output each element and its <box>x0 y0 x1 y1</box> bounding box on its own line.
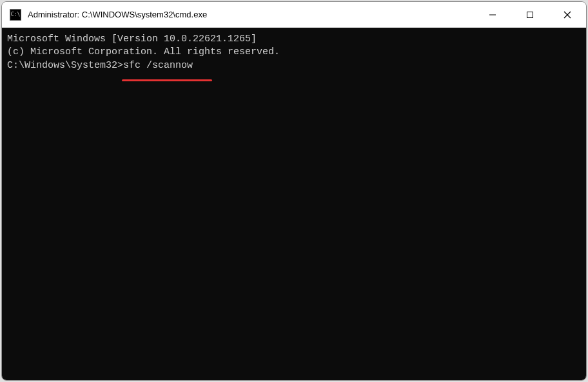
terminal-area[interactable]: Microsoft Windows [Version 10.0.22621.12… <box>2 28 586 380</box>
cmd-window: C:\ Administrator: C:\WINDOWS\system32\c… <box>1 1 587 381</box>
close-icon <box>564 11 571 19</box>
annotation-underline <box>122 79 212 81</box>
window-title: Administrator: C:\WINDOWS\system32\cmd.e… <box>28 10 207 19</box>
cmd-app-icon: C:\ <box>10 9 21 21</box>
terminal-prompt: C:\Windows\System32> <box>7 60 123 71</box>
title-left: C:\ Administrator: C:\WINDOWS\system32\c… <box>2 9 474 21</box>
terminal-command: sfc /scannow <box>123 60 193 71</box>
terminal-line-copyright: (c) Microsoft Corporation. All rights re… <box>7 46 581 59</box>
terminal-line-version: Microsoft Windows [Version 10.0.22621.12… <box>7 33 581 46</box>
window-controls <box>474 2 586 27</box>
maximize-icon <box>526 11 534 19</box>
minimize-button[interactable] <box>474 2 511 27</box>
cmd-app-icon-text: C:\ <box>11 12 20 17</box>
minimize-icon <box>489 11 496 19</box>
terminal-prompt-line: C:\Windows\System32>sfc /scannow <box>7 59 581 72</box>
maximize-button[interactable] <box>511 2 549 27</box>
svg-rect-1 <box>527 12 533 17</box>
titlebar: C:\ Administrator: C:\WINDOWS\system32\c… <box>2 2 586 28</box>
close-button[interactable] <box>549 2 586 27</box>
